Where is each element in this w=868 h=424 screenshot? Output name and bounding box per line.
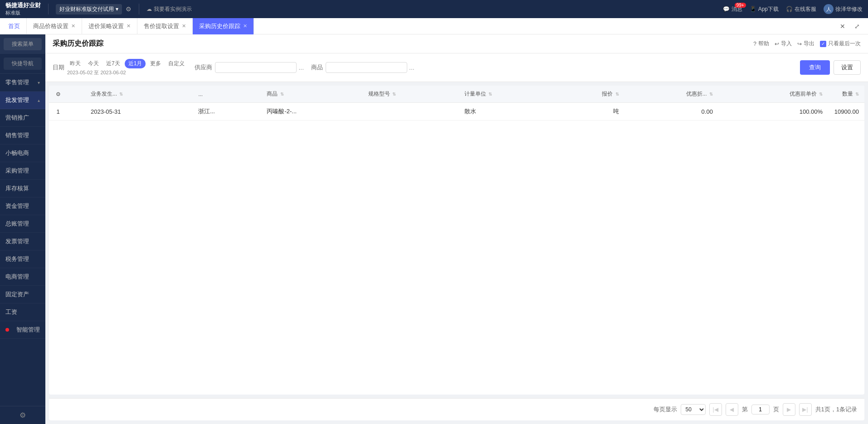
goods-input[interactable]	[326, 62, 407, 73]
app-logo: 畅捷通好业财 标准版	[5, 2, 41, 16]
date-opt-7days[interactable]: 近7天	[103, 59, 123, 68]
tab-home[interactable]: 首页	[2, 18, 27, 34]
tab-purchase-strategy[interactable]: 进价策略设置 ✕	[82, 18, 137, 34]
demo-label: 我要看实例演示	[154, 5, 192, 13]
sidebar-item-invoice[interactable]: 发票管理	[0, 233, 45, 251]
th-gear[interactable]: ⚙	[49, 86, 67, 103]
next-page-button[interactable]: ▶	[783, 403, 795, 416]
th-spec[interactable]: 规格型号 ⇅	[363, 86, 459, 103]
online-service-label: 在线客服	[795, 5, 816, 13]
th-goods[interactable]: 商品 ⇅	[261, 86, 362, 103]
online-service-button[interactable]: 🎧 在线客服	[786, 5, 816, 13]
last-only-button[interactable]: ✓ 只看最后一次	[820, 40, 861, 48]
th-discount[interactable]: 优惠折... ⇅	[624, 86, 718, 103]
page-size-select[interactable]: 50 100 200	[681, 404, 706, 415]
th-unit-label: 计量单位	[464, 91, 486, 97]
help-button[interactable]: ? 帮助	[753, 40, 769, 48]
sidebar-item-general-ledger[interactable]: 总账管理	[0, 215, 45, 233]
tab-purchase-history[interactable]: 采购历史价跟踪 ✕	[193, 18, 254, 34]
date-opt-yesterday[interactable]: 昨天	[67, 59, 83, 68]
sidebar: 搜索菜单 快捷导航 零售管理 ▾ 批发管理 ▴ 营销推广 销售管理 小畅电商 采…	[0, 34, 45, 424]
gear-icon: ⚙	[56, 91, 61, 97]
tab-sale-price-close-icon[interactable]: ✕	[182, 23, 186, 29]
sidebar-item-purchase[interactable]: 采购管理	[0, 162, 45, 180]
th-date[interactable]: 业务发生... ⇅	[85, 86, 193, 103]
last-page-button[interactable]: ▶|	[799, 403, 812, 416]
sidebar-item-marketing[interactable]: 营销推广	[0, 109, 45, 127]
table-header-row: ⚙ 业务发生... ⇅ ... 商品 ⇅	[49, 86, 864, 103]
top-bar-right: 💬 消息 99+ 📱 App下载 🎧 在线客服 人 徐泽华修改	[723, 4, 863, 14]
tab-sale-price[interactable]: 售价提取设置 ✕	[137, 18, 193, 34]
data-table: ⚙ 业务发生... ⇅ ... 商品 ⇅	[49, 86, 864, 120]
query-button[interactable]: 查询	[800, 60, 830, 75]
setting-button[interactable]: 设置	[834, 60, 861, 75]
sidebar-item-smart[interactable]: 智能管理	[0, 321, 45, 339]
tab-home-label: 首页	[8, 22, 20, 30]
prev-page-button[interactable]: ◀	[726, 403, 738, 416]
version-selector[interactable]: 好业财标准版交付试用 ▾	[56, 4, 122, 14]
tab-expand-button[interactable]: ⤢	[852, 21, 863, 32]
sidebar-item-invoice-label: 发票管理	[5, 237, 29, 246]
sidebar-item-fixed-assets[interactable]: 固定资产	[0, 286, 45, 304]
th-price[interactable]: 报价 ⇅	[555, 86, 624, 103]
sidebar-item-inventory[interactable]: 库存核算	[0, 180, 45, 198]
th-pre-discount-price-label: 优惠前单价	[790, 91, 817, 97]
date-opt-more[interactable]: 更多	[147, 59, 164, 68]
th-spec-label: 规格型号	[368, 91, 390, 97]
sidebar-item-salary[interactable]: 工资	[0, 304, 45, 321]
supplier-label: 供应商	[195, 63, 212, 72]
page-number-input[interactable]	[751, 405, 770, 414]
goods-filter: 商品 ...	[311, 62, 414, 73]
sidebar-item-ecommerce-small-label: 小畅电商	[5, 149, 29, 157]
goods-dots-button[interactable]: ...	[409, 64, 414, 71]
date-opt-1month[interactable]: 近1月	[125, 59, 146, 68]
supplier-dots-button[interactable]: ...	[298, 64, 304, 71]
sidebar-item-retail[interactable]: 零售管理 ▾	[0, 74, 45, 92]
demo-link[interactable]: ☁ 我要看实例演示	[146, 5, 192, 13]
sidebar-item-inventory-label: 库存核算	[5, 184, 29, 193]
settings-gear-icon[interactable]: ⚙	[126, 5, 132, 13]
last-only-checkbox-icon: ✓	[820, 41, 826, 47]
th-pre-discount-price[interactable]: 优惠前单价 ⇅	[718, 86, 828, 103]
export-button[interactable]: ↪ 导出	[797, 40, 814, 48]
th-date-sort-icon: ⇅	[119, 92, 123, 96]
td-date: 2023-05-31	[85, 103, 193, 120]
th-discount-sort-icon: ⇅	[709, 92, 713, 96]
th-unit[interactable]: 计量单位 ⇅	[459, 86, 555, 103]
message-badge: 99+	[735, 3, 746, 8]
sidebar-item-retail-arrow-icon: ▾	[38, 80, 40, 85]
date-label: 日期	[53, 63, 64, 72]
table-wrap: ⚙ 业务发生... ⇅ ... 商品 ⇅	[49, 86, 864, 395]
supplier-input[interactable]	[215, 62, 297, 73]
user-menu[interactable]: 人 徐泽华修改	[824, 4, 863, 14]
app-download-button[interactable]: 📱 App下载	[750, 5, 779, 13]
tab-close-all-button[interactable]: ✕	[837, 21, 848, 32]
tab-price-close-icon[interactable]: ✕	[71, 23, 75, 29]
demo-icon: ☁	[146, 6, 152, 12]
sidebar-item-ecommerce[interactable]: 电商管理	[0, 268, 45, 286]
sidebar-search-area: 搜索菜单	[0, 34, 45, 54]
tab-price[interactable]: 商品价格设置 ✕	[27, 18, 82, 34]
tab-purchase-strategy-close-icon[interactable]: ✕	[127, 23, 131, 29]
sidebar-item-ecommerce-small[interactable]: 小畅电商	[0, 145, 45, 162]
message-button[interactable]: 💬 消息 99+	[723, 5, 742, 13]
first-page-button[interactable]: |◀	[709, 403, 722, 416]
download-icon: 📱	[750, 6, 756, 12]
sidebar-settings-icon[interactable]: ⚙	[20, 411, 26, 419]
th-dots[interactable]: ...	[193, 86, 261, 103]
search-menu-button[interactable]: 搜索菜单	[4, 38, 42, 50]
sidebar-item-tax[interactable]: 税务管理	[0, 251, 45, 268]
sidebar-item-wholesale[interactable]: 批发管理 ▴	[0, 92, 45, 109]
import-button[interactable]: ↩ 导入	[775, 40, 792, 48]
tab-purchase-history-close-icon[interactable]: ✕	[243, 23, 247, 29]
date-opt-custom[interactable]: 自定义	[166, 59, 187, 68]
sidebar-item-sales[interactable]: 销售管理	[0, 127, 45, 145]
export-label: 导出	[804, 40, 814, 48]
quick-nav-button[interactable]: 快捷导航	[4, 58, 42, 70]
th-quantity[interactable]: 数量 ⇅	[828, 86, 864, 103]
sidebar-item-general-ledger-label: 总账管理	[5, 220, 29, 228]
date-opt-today[interactable]: 今天	[85, 59, 102, 68]
page-size-label: 每页显示	[653, 405, 677, 414]
sidebar-item-finance[interactable]: 资金管理	[0, 198, 45, 215]
sidebar-item-smart-label: 智能管理	[16, 326, 40, 334]
